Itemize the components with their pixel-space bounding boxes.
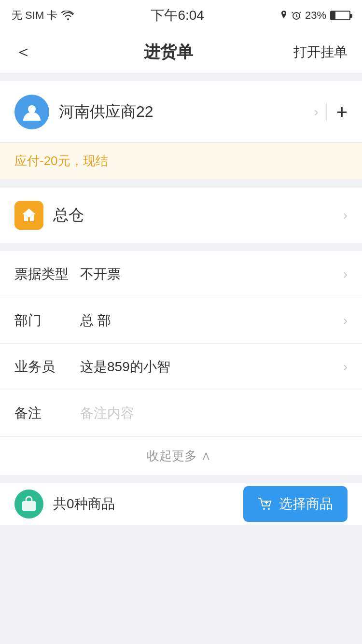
- select-product-label: 选择商品: [279, 495, 333, 513]
- invoice-chevron-icon: ›: [343, 266, 348, 282]
- notice-banner: 应付-20元，现结: [0, 143, 362, 179]
- battery-percent: 23%: [305, 9, 326, 22]
- remark-label: 备注: [14, 404, 72, 422]
- battery-icon: [330, 11, 350, 20]
- staff-chevron-icon: ›: [343, 359, 348, 375]
- warehouse-row[interactable]: 总仓 ›: [0, 187, 362, 243]
- dept-label: 部门: [14, 311, 72, 330]
- supplier-left: 河南供应商22: [14, 95, 314, 129]
- dept-value: 总 部: [72, 311, 343, 330]
- bottom-fill: [0, 525, 362, 644]
- dept-row[interactable]: 部门 总 部 ›: [0, 297, 362, 344]
- staff-value: 这是859的小智: [72, 358, 343, 376]
- svg-point-4: [263, 508, 265, 510]
- invoice-label: 票据类型: [14, 265, 72, 283]
- avatar: [14, 95, 49, 129]
- svg-rect-2: [22, 501, 36, 511]
- invoice-row[interactable]: 票据类型 不开票 ›: [0, 251, 362, 297]
- remark-row[interactable]: 备注 备注内容: [0, 390, 362, 436]
- supplier-row[interactable]: 河南供应商22 › +: [0, 81, 362, 143]
- warehouse-name: 总仓: [53, 205, 343, 226]
- warehouse-section: 总仓 ›: [0, 187, 362, 243]
- invoice-value: 不开票: [72, 265, 343, 283]
- select-product-button[interactable]: 选择商品: [243, 486, 348, 522]
- person-icon: [21, 101, 42, 123]
- carrier-text: 无 SIM 卡: [12, 8, 57, 23]
- staff-row[interactable]: 业务员 这是859的小智 ›: [0, 344, 362, 390]
- location-icon: [280, 11, 288, 20]
- product-icon-wrap: [14, 490, 43, 518]
- status-carrier: 无 SIM 卡: [12, 8, 75, 23]
- supplier-chevron-icon: ›: [314, 104, 318, 120]
- supplier-name: 河南供应商22: [59, 101, 153, 123]
- collapse-button[interactable]: 收起更多 ∧: [0, 436, 362, 475]
- cart-icon: [258, 496, 273, 512]
- collapse-label: 收起更多 ∧: [147, 448, 211, 464]
- product-count-text: 共0种商品: [53, 495, 115, 513]
- open-pending-button[interactable]: 打开挂单: [293, 43, 348, 61]
- dept-chevron-icon: ›: [343, 313, 348, 328]
- remark-input[interactable]: 备注内容: [72, 404, 348, 422]
- product-count-area: 共0种商品: [14, 490, 115, 518]
- wifi-icon: [61, 11, 75, 20]
- supplier-section: 河南供应商22 › + 应付-20元，现结: [0, 81, 362, 179]
- page-title: 进货单: [144, 41, 193, 63]
- back-button[interactable]: ＜: [14, 40, 43, 64]
- warehouse-icon: [20, 207, 38, 224]
- svg-point-1: [28, 105, 36, 113]
- top-divider: [0, 73, 362, 81]
- status-icons: 23%: [280, 9, 350, 22]
- svg-point-5: [268, 508, 270, 510]
- status-bar: 无 SIM 卡 下午6:04 23%: [0, 0, 362, 31]
- nav-bar: ＜ 进货单 打开挂单: [0, 31, 362, 73]
- staff-label: 业务员: [14, 358, 72, 376]
- form-section: 票据类型 不开票 › 部门 总 部 › 业务员 这是859的小智 › 备注 备注…: [0, 251, 362, 475]
- warehouse-icon-wrap: [14, 201, 43, 230]
- warehouse-chevron-icon: ›: [343, 208, 348, 223]
- status-time: 下午6:04: [151, 6, 204, 25]
- notice-text: 应付-20元，现结: [14, 154, 108, 168]
- alarm-icon: [292, 11, 301, 20]
- bottom-bar: 共0种商品 选择商品: [0, 483, 362, 525]
- product-icon: [20, 495, 38, 513]
- add-supplier-button[interactable]: +: [326, 102, 348, 122]
